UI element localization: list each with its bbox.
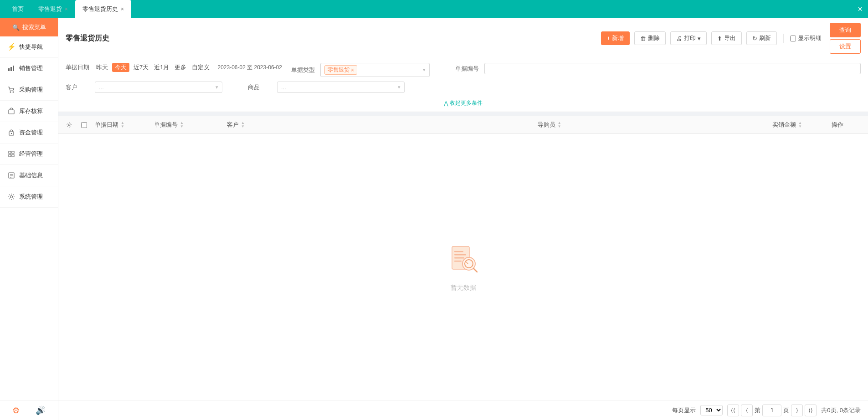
th-date[interactable]: 单据日期 ▲▼ [91,121,150,129]
date-option-yesterday[interactable]: 昨天 [95,63,109,72]
settings-bottom-icon[interactable]: ⚙ [12,405,20,415]
date-option-today[interactable]: 今天 [112,63,129,72]
toolbar: + 新增 🗑 删除 🖨 打印 ▾ ⬆ 导出 ↻ [601,23,861,54]
total-record-label: 共0页, 0条记录 [821,406,861,415]
main-content: 零售退货历史 + 新增 🗑 删除 🖨 打印 ▾ ⬆ 导出 [58,18,868,420]
svg-rect-17 [454,254,466,256]
svg-rect-8 [9,151,11,154]
page-title: 零售退货历史 [66,34,109,43]
th-settings[interactable] [62,122,77,128]
page-last-button[interactable]: ⟩⟩ [805,405,817,416]
collapse-up-icon: ⋀ [444,100,448,107]
sales-icon [7,64,15,72]
system-icon [7,193,15,201]
th-customer[interactable]: 客户 ▲▼ [223,121,534,129]
export-button[interactable]: ⬆ 导出 [711,31,742,45]
purchase-icon [7,86,15,94]
quick-nav-icon: ⚡ [7,43,15,51]
select-dropdown-icon: ▾ [423,67,426,73]
page-number-input[interactable] [762,405,781,416]
date-range-value: 2023-06-02 至 2023-06-02 [217,64,282,72]
date-option-7days[interactable]: 近7天 [132,63,150,72]
operation-icon [7,150,15,158]
sidebar-item-basic-info[interactable]: 基础信息 [0,165,58,186]
bill-type-select[interactable]: 零售退货 × ▾ [320,63,430,77]
goods-select[interactable]: ... ▾ [277,82,405,93]
goods-label: 商品 [248,83,273,92]
sidebar-item-system[interactable]: 系统管理 [0,186,58,208]
goods-filter-item: 商品 ... ▾ [248,82,861,93]
date-sort-icon[interactable]: ▲▼ [121,121,124,128]
close-retail-return-tab[interactable]: × [65,6,68,12]
customer-select-icon: ▾ [216,84,218,90]
date-option-custom[interactable]: 自定义 [190,63,211,72]
sidebar-bottom: ⚙ 🔊 [0,400,58,420]
filter-row-1: 单据日期 昨天 今天 近7天 近1月 更多 自定义 2023-06-02 至 2… [66,63,861,77]
bill-no-label: 单据编号 [455,65,481,73]
window-close-button[interactable]: × [858,5,863,14]
show-detail-checkbox-label[interactable]: 显示明细 [790,34,822,42]
customer-sort-icon[interactable]: ▲▼ [241,121,245,128]
customer-select[interactable]: ... ▾ [95,82,222,93]
page-first-button[interactable]: ⟨⟨ [727,405,739,416]
svg-rect-10 [9,154,11,157]
sidebar-item-inventory[interactable]: 库存核算 [0,101,58,122]
th-checkbox[interactable] [77,122,91,128]
th-amount[interactable]: 实销金额 ▲▼ [769,121,828,129]
sidebar-item-operation[interactable]: 经营管理 [0,143,58,165]
tag-close-icon[interactable]: × [351,67,354,73]
empty-state: 暂无数据 [445,242,482,292]
select-all-checkbox[interactable] [81,122,87,128]
th-guide[interactable]: 导购员 ▲▼ [534,121,769,129]
table-container: 单据日期 ▲▼ 单据编号 ▲▼ 客户 ▲▼ 导购员 ▲▼ 实销金额 ▲▼ [58,116,868,420]
print-button[interactable]: 🖨 打印 ▾ [670,31,707,45]
collapse-row: ⋀ 收起更多条件 [66,97,861,112]
sidebar-search[interactable]: 🔍 搜索菜单 [0,18,58,36]
date-option-more[interactable]: 更多 [173,63,188,72]
bill-no-input[interactable] [484,63,861,74]
new-button[interactable]: + 新增 [601,31,630,45]
page-title-row: 零售退货历史 + 新增 🗑 删除 🖨 打印 ▾ ⬆ 导出 [66,23,861,54]
volume-icon[interactable]: 🔊 [36,405,46,415]
sidebar-item-finance[interactable]: 资金管理 [0,122,58,143]
svg-point-7 [11,133,12,134]
delete-icon: 🗑 [640,35,646,42]
basic-info-icon [7,171,15,179]
date-filter-item: 单据日期 昨天 今天 近7天 近1月 更多 自定义 2023-06-02 至 2… [66,63,282,72]
close-retail-return-history-tab[interactable]: × [121,6,124,12]
svg-rect-1 [10,67,12,71]
bill-no-filter-item: 单据编号 [455,63,861,74]
collapse-button[interactable]: ⋀ 收起更多条件 [444,99,483,107]
bill-sort-icon[interactable]: ▲▼ [180,121,184,128]
page-prev-button[interactable]: ⟨ [741,405,753,416]
settings-button[interactable]: 设置 [830,39,861,54]
page-header: 零售退货历史 + 新增 🗑 删除 🖨 打印 ▾ ⬆ 导出 [58,18,868,112]
main-layout: 🔍 搜索菜单 ⚡ 快捷导航 销售管理 采购管理 [0,18,868,420]
filter-area: 单据日期 昨天 今天 近7天 近1月 更多 自定义 2023-06-02 至 2… [66,58,861,112]
refresh-button[interactable]: ↻ 刷新 [746,31,777,45]
tab-retail-return[interactable]: 零售退货 × [31,0,75,18]
th-bill-no[interactable]: 单据编号 ▲▼ [150,121,223,129]
sidebar-item-sales[interactable]: 销售管理 [0,58,58,79]
sidebar-item-purchase[interactable]: 采购管理 [0,79,58,101]
filter-row-2: 客户 ... ▾ 商品 ... ▾ [66,82,861,93]
date-option-1month[interactable]: 近1月 [153,63,170,72]
tab-retail-return-history[interactable]: 零售退货历史 × [75,0,131,18]
page-next-button[interactable]: ⟩ [791,405,803,416]
table-body: 暂无数据 [58,134,868,400]
inventory-icon [7,107,15,115]
sidebar-item-quick-nav[interactable]: ⚡ 快捷导航 [0,36,58,58]
amount-sort-icon[interactable]: ▲▼ [798,121,802,128]
show-detail-checkbox[interactable] [790,36,796,41]
page-size-select[interactable]: 50 [700,405,723,415]
query-button[interactable]: 查询 [830,23,861,37]
empty-illustration [445,242,482,278]
tab-home[interactable]: 首页 [5,0,31,18]
delete-button[interactable]: 🗑 删除 [634,31,666,45]
sidebar: 🔍 搜索菜单 ⚡ 快捷导航 销售管理 采购管理 [0,18,58,420]
export-icon: ⬆ [717,35,722,42]
svg-line-22 [473,268,477,272]
print-icon: 🖨 [676,35,682,42]
svg-point-3 [10,92,11,93]
guide-sort-icon[interactable]: ▲▼ [558,121,561,128]
